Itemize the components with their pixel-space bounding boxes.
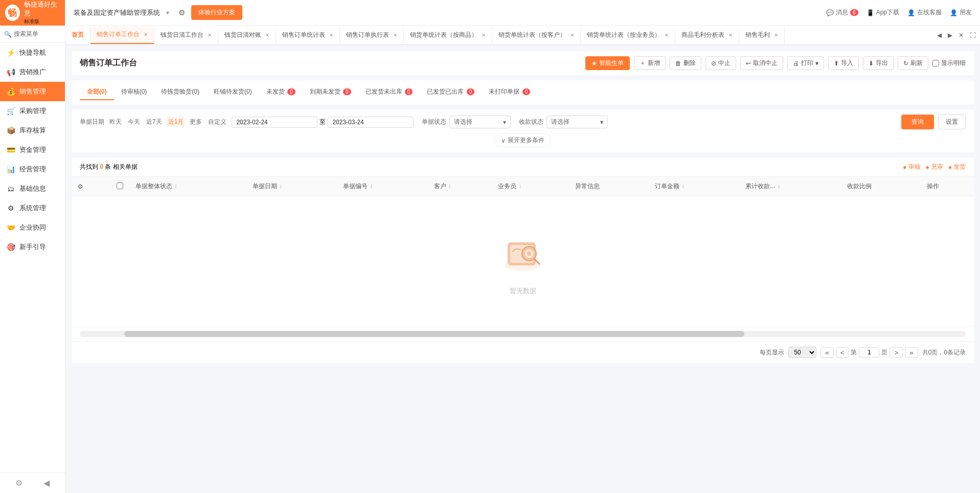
- sort-date-icon[interactable]: ↕: [279, 183, 282, 190]
- export-btn[interactable]: ⬇ 导出: [863, 56, 894, 70]
- page-size-select[interactable]: 20 50 100: [788, 347, 816, 358]
- select-all-checkbox[interactable]: [117, 183, 123, 189]
- prev-page-btn[interactable]: <: [836, 347, 849, 358]
- sidebar-search[interactable]: 🔍 搜索菜单: [0, 26, 65, 43]
- sort-amount-icon[interactable]: ↕: [681, 183, 685, 190]
- filter-tab-all[interactable]: 全部(0): [80, 84, 114, 100]
- user-btn[interactable]: 👤 用友: [950, 8, 972, 17]
- filter-tab-delivered-out[interactable]: 已发货已出库 0: [420, 84, 482, 100]
- tab-home[interactable]: 首页: [65, 27, 90, 43]
- shortcut-1month[interactable]: 近1月: [166, 117, 186, 127]
- tab-sales-stat[interactable]: 销售订单统计表 ✕: [276, 27, 340, 43]
- tab-close-sales-summary-product[interactable]: ✕: [482, 32, 486, 38]
- unconfirm-action-btn[interactable]: ● 充审: [926, 163, 943, 171]
- tab-close-sales-workbench[interactable]: ✕: [144, 32, 148, 37]
- horizontal-scrollbar[interactable]: [72, 327, 974, 341]
- status-select[interactable]: 请选择 ▾: [449, 116, 511, 128]
- tab-sales-profit[interactable]: 销售毛利 ✕: [739, 27, 785, 43]
- filter-tab-delivered-not-out[interactable]: 已发货未出库 0: [358, 84, 420, 100]
- next-page-btn[interactable]: >: [890, 347, 903, 358]
- tab-sales-exec[interactable]: 销售订单执行表 ✕: [340, 27, 404, 43]
- smart-create-btn[interactable]: ★ 智能生单: [585, 56, 630, 70]
- date-to-input[interactable]: [328, 117, 414, 128]
- filter-tab-wangpu[interactable]: 旺铺待发货(0): [207, 84, 259, 100]
- date-from-input[interactable]: [232, 117, 317, 128]
- tab-close-sales-profit[interactable]: ✕: [774, 32, 778, 38]
- settings-icon[interactable]: ⚙: [15, 478, 22, 488]
- filter-tab-pending-inspect[interactable]: 待拣货验货(0): [154, 84, 207, 100]
- deliver-action-btn[interactable]: ● 发货: [948, 163, 966, 171]
- filter-tab-expired-undelivered[interactable]: 到期未发货 0: [303, 84, 358, 100]
- review-action-btn[interactable]: ● 审核: [903, 163, 920, 171]
- tab-close-cash-reconcile[interactable]: ✕: [265, 32, 269, 38]
- tab-close-sales-stat[interactable]: ✕: [329, 32, 333, 38]
- filter-tab-pending-review[interactable]: 待审核(0): [114, 84, 154, 100]
- stop-btn[interactable]: ⊘ 中止: [705, 56, 736, 70]
- tab-cash-reconcile[interactable]: 钱货日清对账 ✕: [218, 27, 276, 43]
- tab-sales-summary-product[interactable]: 销货单统计表（按商品） ✕: [404, 27, 492, 43]
- tab-fullscreen[interactable]: ⛶: [968, 31, 978, 40]
- filter-tab-unprinted[interactable]: 未打印单据 0: [482, 84, 537, 100]
- tab-sales-summary-staff[interactable]: 销货单统计表（按业务员） ✕: [581, 27, 675, 43]
- sort-customer-icon[interactable]: ↕: [448, 183, 451, 190]
- industry-btn[interactable]: 体验行业方案: [191, 5, 242, 20]
- cancel-stop-btn[interactable]: ↩ 取消中止: [740, 56, 783, 70]
- tab-close-gross-profit[interactable]: ✕: [728, 32, 733, 38]
- sidebar-item-purchase[interactable]: 🛒 采购管理: [0, 101, 65, 121]
- sidebar-item-quick-nav[interactable]: ⚡ 快捷导航: [0, 43, 65, 62]
- collapse-icon[interactable]: ◀: [43, 478, 50, 488]
- show-detail-checkbox[interactable]: [932, 60, 939, 66]
- sort-collected-icon[interactable]: ↕: [777, 183, 780, 190]
- shortcut-today[interactable]: 今天: [126, 117, 142, 127]
- query-btn[interactable]: 查询: [901, 115, 934, 129]
- tab-close-sales-exec[interactable]: ✕: [393, 32, 397, 38]
- message-btn[interactable]: 💬 消息 6: [826, 8, 858, 17]
- add-btn[interactable]: ＋ 新增: [634, 56, 666, 70]
- sidebar-item-sales[interactable]: 💰 销售管理: [0, 82, 65, 101]
- delete-btn[interactable]: 🗑 删除: [670, 56, 701, 70]
- app-download-btn[interactable]: 📱 App下载: [867, 8, 899, 17]
- refresh-btn[interactable]: ↻ 刷新: [898, 56, 928, 70]
- sidebar-item-inventory[interactable]: 📦 库存核算: [0, 121, 65, 140]
- tab-cash-daily[interactable]: 钱货日清工作台 ✕: [154, 27, 218, 43]
- page-number-input[interactable]: [859, 347, 879, 357]
- last-page-btn[interactable]: »: [905, 347, 918, 358]
- shortcut-yesterday[interactable]: 昨天: [107, 117, 124, 127]
- shortcut-more[interactable]: 更多: [188, 117, 204, 127]
- sidebar-item-business[interactable]: 📊 经营管理: [0, 160, 65, 179]
- shortcut-7days[interactable]: 近7天: [144, 117, 164, 127]
- sidebar-item-marketing[interactable]: 📢 营销推广: [0, 62, 65, 82]
- expand-btn[interactable]: ∨ 展开更多条件: [494, 133, 551, 147]
- tab-sales-summary-customer[interactable]: 销货单统计表（按客户） ✕: [492, 27, 581, 43]
- sidebar-item-guide[interactable]: 🎯 新手引导: [0, 237, 65, 257]
- sidebar-item-system[interactable]: ⚙ 系统管理: [0, 198, 65, 218]
- filter-tab-undelivered[interactable]: 未发货 0: [259, 84, 303, 100]
- tab-scroll-left[interactable]: ◀: [935, 31, 944, 40]
- show-detail-label[interactable]: 显示明细: [932, 59, 966, 68]
- settings-query-btn[interactable]: 设置: [938, 115, 966, 129]
- sort-status-icon[interactable]: ↕: [174, 183, 177, 190]
- col-settings[interactable]: ⚙: [72, 177, 110, 196]
- topbar-title-dropdown[interactable]: ▾: [166, 9, 169, 16]
- import-btn[interactable]: ⬆ 导入: [828, 56, 859, 70]
- tab-gross-profit[interactable]: 商品毛利分析表 ✕: [675, 27, 739, 43]
- tab-close-cash-daily[interactable]: ✕: [208, 32, 212, 38]
- col-checkbox[interactable]: [110, 177, 129, 196]
- tab-close-sales-summary-staff[interactable]: ✕: [665, 32, 669, 38]
- first-page-btn[interactable]: «: [821, 347, 833, 358]
- shortcut-custom[interactable]: 自定义: [206, 117, 229, 127]
- online-service-btn[interactable]: 👤 在线客服: [907, 8, 942, 17]
- payment-select[interactable]: 请选择 ▾: [546, 116, 608, 128]
- sort-staff-icon[interactable]: ↕: [518, 183, 521, 190]
- print-btn[interactable]: 🖨 打印 ▾: [787, 56, 824, 70]
- tab-close-sales-summary-customer[interactable]: ✕: [570, 32, 574, 38]
- topbar-settings-icon[interactable]: ⚙: [178, 8, 185, 17]
- tab-close-all[interactable]: ✕: [956, 31, 966, 40]
- sidebar-item-company[interactable]: 🤝 企业协同: [0, 218, 65, 237]
- col-exception: 异常信息: [569, 177, 649, 196]
- tab-scroll-right[interactable]: ▶: [946, 31, 954, 40]
- sidebar-item-base[interactable]: 🗂 基础信息: [0, 179, 65, 198]
- sidebar-item-finance[interactable]: 💳 资金管理: [0, 140, 65, 160]
- sort-number-icon[interactable]: ↕: [370, 183, 373, 190]
- tab-sales-workbench[interactable]: 销售订单工作台 ✕: [90, 26, 154, 44]
